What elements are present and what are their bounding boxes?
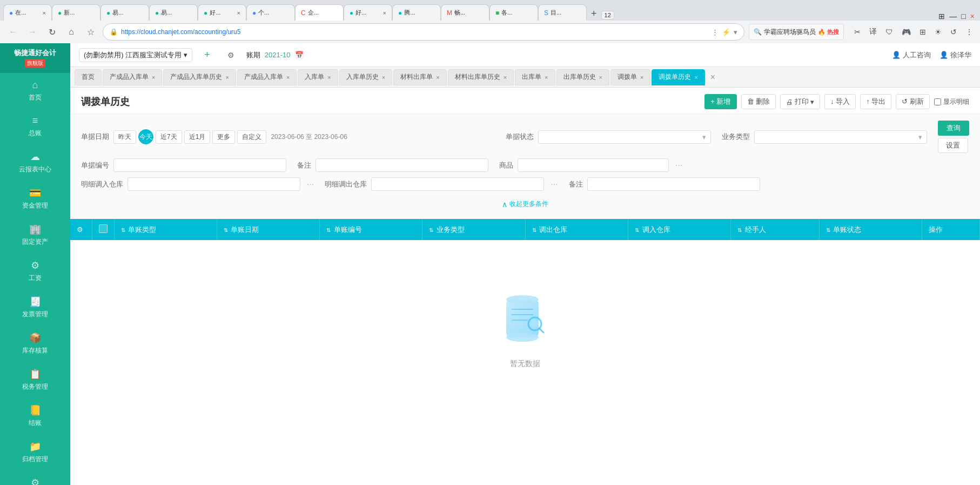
sidebar-item-closing[interactable]: 📒 结账 xyxy=(0,398,70,434)
window-maximize-icon[interactable]: □ xyxy=(961,12,965,21)
help-button[interactable]: 👤 人工咨询 xyxy=(892,50,931,60)
browser-tab-8[interactable]: ● 好... × xyxy=(344,4,392,21)
sidebar-item-settings[interactable]: ⚙ 基础设置 xyxy=(0,470,70,485)
detail-in-more-icon[interactable]: ··· xyxy=(307,180,314,189)
shield-icon[interactable]: 🛡 xyxy=(884,26,895,38)
more-icon[interactable]: ⋮ xyxy=(964,26,975,38)
import-button[interactable]: ↓ 导入 xyxy=(824,94,856,109)
tab-transfer-close[interactable]: × xyxy=(640,74,643,81)
detail-out-input[interactable] xyxy=(371,177,544,191)
biz-type-dropdown[interactable]: ▾ xyxy=(754,130,927,144)
th-out-wh[interactable]: ⇅ 调出仓库 xyxy=(525,219,628,240)
settings-button-filter[interactable]: 设置 xyxy=(938,138,968,153)
tab-outbound-history[interactable]: 出库单历史 × xyxy=(556,69,609,85)
detail-out-more-icon[interactable]: ··· xyxy=(551,180,558,189)
refresh-button[interactable]: ↺ 刷新 xyxy=(896,94,930,109)
th-biz-type[interactable]: ⇅ 业务类型 xyxy=(422,219,525,240)
remark2-input[interactable] xyxy=(587,177,760,191)
tab-inbound[interactable]: 入库单 × xyxy=(298,69,338,85)
status-dropdown[interactable]: ▾ xyxy=(538,130,711,144)
window-minimize-icon[interactable]: — xyxy=(949,12,957,21)
th-no[interactable]: ⇅ 单账编号 xyxy=(320,219,422,240)
tab-material-outbound[interactable]: 材料出库单 × xyxy=(393,69,446,85)
reload-button[interactable]: ↻ xyxy=(44,24,59,39)
sidebar-item-home[interactable]: ⌂ 首页 xyxy=(0,73,70,109)
tab-close-8[interactable]: × xyxy=(383,10,386,16)
show-columns-checkbox[interactable] xyxy=(934,98,941,105)
detail-in-input[interactable] xyxy=(127,177,300,191)
th-check[interactable] xyxy=(92,219,114,240)
sidebar-item-general-ledger[interactable]: ≡ 总账 xyxy=(0,109,70,144)
date-1month-btn[interactable]: 近1月 xyxy=(184,130,211,144)
goods-more-icon[interactable]: ··· xyxy=(675,161,682,170)
date-yesterday-btn[interactable]: 昨天 xyxy=(113,130,136,144)
date-custom-btn[interactable]: 自定义 xyxy=(237,130,266,144)
tab-home[interactable]: 首页 xyxy=(75,69,102,85)
tab-inbound-hist-close[interactable]: × xyxy=(382,74,385,81)
browser-tab-1[interactable]: ● 在... × xyxy=(3,4,52,21)
browser-tab-9[interactable]: ● 腾... xyxy=(392,4,441,21)
sidebar-item-tax[interactable]: 📋 税务管理 xyxy=(0,362,70,398)
sidebar-item-archive[interactable]: 📁 归档管理 xyxy=(0,434,70,470)
browser-tab-11[interactable]: ■ 各... xyxy=(489,4,538,21)
header-checkbox[interactable] xyxy=(99,224,108,233)
scissors-icon[interactable]: ✂ xyxy=(853,26,862,38)
forward-button[interactable]: → xyxy=(25,24,40,39)
tab-fg-inbound2-close[interactable]: × xyxy=(286,74,290,81)
tab-close-1[interactable]: × xyxy=(43,10,46,16)
sidebar-item-cloud-report[interactable]: ☁ 云报表中心 xyxy=(0,144,70,181)
sidebar-logo[interactable]: 畅捷通好会计 旗舰版 xyxy=(0,43,70,73)
browser-tab-5[interactable]: ● 好... × xyxy=(198,4,246,21)
th-in-wh[interactable]: ⇅ 调入仓库 xyxy=(628,219,731,240)
bookmark-button[interactable]: ☆ xyxy=(83,24,98,39)
goods-input[interactable] xyxy=(518,158,669,172)
search-bar[interactable]: 🔍 学霸应聘场驱鸟员 🔥 热搜 xyxy=(749,24,844,40)
tab-out-hist-close[interactable]: × xyxy=(599,74,602,81)
th-status[interactable]: ⇅ 单账状态 xyxy=(819,219,922,240)
doc-no-input[interactable] xyxy=(113,158,286,172)
export-button[interactable]: ↑ 导出 xyxy=(860,94,891,109)
browser-tab-7[interactable]: C 企... xyxy=(295,4,344,21)
browser-tab-4[interactable]: ● 易... xyxy=(149,4,198,21)
sidebar-item-fixed-assets[interactable]: 🏢 固定资产 xyxy=(0,217,70,253)
period-selector[interactable]: 账期 2021-10 📅 xyxy=(246,50,304,60)
grid-icon[interactable]: ⊞ xyxy=(918,26,928,38)
window-close-icon[interactable]: × xyxy=(970,12,975,21)
th-gear[interactable]: ⚙ xyxy=(70,219,92,240)
settings-gear-button[interactable]: ⚙ xyxy=(222,49,240,62)
address-bar[interactable]: 🔒 https://cloud.chanjet.com/accounting/u… xyxy=(103,23,744,41)
user-profile-button[interactable]: 👤 徐泽华 xyxy=(939,50,971,60)
print-button[interactable]: 🖨 打印 ▾ xyxy=(780,94,820,109)
new-tab-button[interactable]: + xyxy=(587,8,601,19)
remark-input[interactable] xyxy=(316,158,488,172)
tab-finished-goods-inbound2[interactable]: 产成品入库单 × xyxy=(237,69,297,85)
tab-out-close[interactable]: × xyxy=(545,74,548,81)
game-icon[interactable]: 🎮 xyxy=(900,26,912,38)
tab-inbound-history[interactable]: 入库单历史 × xyxy=(339,69,392,85)
browser-tab-2[interactable]: ● 新... xyxy=(52,4,100,21)
query-button[interactable]: 查询 xyxy=(938,121,969,136)
th-date[interactable]: ⇅ 单账日期 xyxy=(217,219,319,240)
tab-inbound-close[interactable]: × xyxy=(327,74,331,81)
sidebar-item-fund[interactable]: 💳 资金管理 xyxy=(0,181,70,217)
tab-finished-goods-inbound[interactable]: 产成品入库单 × xyxy=(103,69,162,85)
new-button[interactable]: + 新增 xyxy=(704,94,736,109)
date-today-btn[interactable]: 今天 xyxy=(138,129,153,144)
sun-icon[interactable]: ☀ xyxy=(933,26,943,38)
browser-tab-3[interactable]: ● 易... xyxy=(100,4,149,21)
browser-tab-10[interactable]: M 畅... xyxy=(441,4,489,21)
sidebar-item-payroll[interactable]: ⚙ 工资 xyxy=(0,253,70,289)
tab-mat-out-close[interactable]: × xyxy=(436,74,439,81)
tab-close-5[interactable]: × xyxy=(237,10,240,16)
browser-tab-12[interactable]: S 目... xyxy=(538,4,587,21)
home-button[interactable]: ⌂ xyxy=(64,24,79,39)
tab-fg-inbound-hist-close[interactable]: × xyxy=(225,74,229,81)
tab-transfer-history[interactable]: 调拨单历史 × xyxy=(652,69,704,85)
th-type[interactable]: ⇅ 单账类型 xyxy=(114,219,217,240)
company-selector[interactable]: (勿删勿禁用) 江西服宝测试专用 ▾ xyxy=(79,48,192,62)
browser-tab-6[interactable]: ● 个... xyxy=(246,4,295,21)
tab-transfer[interactable]: 调拨单 × xyxy=(610,69,650,85)
sidebar-item-invoice[interactable]: 🧾 发票管理 xyxy=(0,289,70,325)
window-grid-icon[interactable]: ⊞ xyxy=(938,12,945,21)
th-handler[interactable]: ⇅ 经手人 xyxy=(731,219,819,240)
